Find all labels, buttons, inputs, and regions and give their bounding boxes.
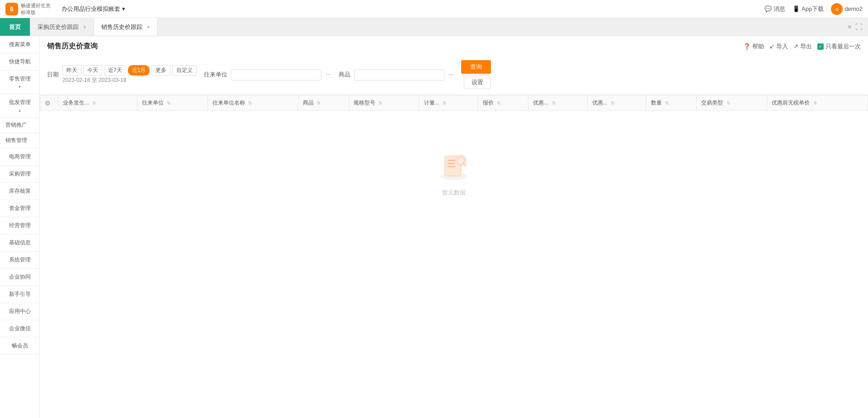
export-icon: ↗	[793, 43, 798, 50]
page-title-row: 销售历史价查询 ❓ 帮助 ↙ 导入 ↗ 导出 ✓	[47, 42, 861, 51]
help-btn[interactable]: ❓ 帮助	[743, 43, 764, 51]
sidebar-item-sys-mgmt[interactable]: 系统管理	[0, 252, 39, 269]
sidebar-item-finance[interactable]: 资金管理	[0, 200, 39, 217]
sidebar-item-enterprise[interactable]: 企业协同	[0, 269, 39, 286]
product-label: 商品	[339, 71, 350, 79]
logo-icon: 6	[5, 3, 18, 15]
date-btn-7days[interactable]: 近7天	[104, 65, 126, 76]
user-menu[interactable]: d demo2	[831, 3, 863, 15]
date-buttons-group: 昨天 今天 近7天 近1月 更多 自定义 2023-02-18 至 2023-0…	[62, 65, 197, 84]
sidebar-item-ops-mgmt[interactable]: 经营管理	[0, 217, 39, 234]
sidebar-item-wholesale-mgmt[interactable]: 批发管理 ▴	[0, 94, 39, 118]
app-selector[interactable]: 办公用品行业模拟账套 ▾	[61, 5, 125, 13]
product-filter-group: 商品 ···	[339, 69, 454, 81]
sidebar-item-guide[interactable]: 新手引导	[0, 286, 39, 303]
chevron-down-icon: ▾	[122, 5, 125, 12]
th-discount1[interactable]: 优惠... ⇅	[528, 95, 587, 111]
tab-home[interactable]: 首页	[0, 18, 30, 36]
sidebar-item-app-center[interactable]: 应用中心	[0, 303, 39, 320]
th-partner-name[interactable]: 往来单位名称 ⇅	[208, 95, 298, 111]
page-title: 销售历史价查询	[47, 42, 98, 51]
sort-arrows-qty: ⇅	[665, 100, 669, 105]
sidebar-item-quick-nav[interactable]: 快捷导航	[0, 53, 39, 71]
sidebar-item-ecommerce[interactable]: 电商管理	[0, 148, 39, 166]
close-purchase-history-tab[interactable]: ×	[83, 24, 86, 30]
sidebar-item-basic-info[interactable]: 基础信息	[0, 234, 39, 252]
page-header: 销售历史价查询 ❓ 帮助 ↙ 导入 ↗ 导出 ✓	[40, 36, 868, 95]
th-spec[interactable]: 规格型号 ⇅	[349, 95, 419, 111]
sort-arrows-discount1: ⇅	[552, 100, 556, 105]
chevron-down-icon: ▾	[19, 84, 21, 89]
sidebar-item-search-menu[interactable]: 搜索菜单	[0, 36, 39, 53]
avatar: d	[831, 3, 843, 15]
import-btn[interactable]: ↙ 导入	[769, 43, 788, 51]
date-btn-more[interactable]: 更多	[151, 65, 170, 76]
sidebar: 搜索菜单 快捷导航 零售管理 ▾ 批发管理 ▴ 营销推广 销售管理 电商管理 采…	[0, 36, 40, 418]
expand-window-btn[interactable]: ⛶	[855, 23, 863, 31]
data-table: ⚙ 业务发生... ⇅ 往来单位 ⇅ 往来单位名称 ⇅	[40, 95, 868, 111]
import-icon: ↙	[769, 43, 774, 50]
close-sales-history-tab[interactable]: ×	[147, 24, 150, 30]
main-layout: 搜索菜单 快捷导航 零售管理 ▾ 批发管理 ▴ 营销推广 销售管理 电商管理 采…	[0, 36, 868, 418]
top-bar-right: 💬 消息 📱 App下载 d demo2	[764, 3, 863, 15]
filter-row: 日期 昨天 今天 近7天 近1月 更多 自定义 2023-02-18 至 202…	[47, 56, 861, 95]
sidebar-item-marketing[interactable]: 营销推广	[0, 118, 39, 133]
sidebar-item-member[interactable]: 畅会员	[0, 337, 39, 355]
empty-illustration	[436, 147, 472, 183]
date-btn-1month[interactable]: 近1月	[128, 65, 150, 76]
sort-arrows-unit: ⇅	[443, 100, 446, 105]
window-controls: × ⛶	[842, 18, 868, 36]
partner-dots-btn[interactable]: ···	[325, 71, 331, 79]
tab-bar: 首页 采购历史价跟踪 × 销售历史价跟踪 × × ⛶	[0, 18, 868, 36]
th-product[interactable]: 商品 ⇅	[298, 95, 349, 111]
th-partner-code[interactable]: 往来单位 ⇅	[137, 95, 208, 111]
th-pre-tax-price[interactable]: 优惠前无税单价 ⇅	[767, 95, 868, 111]
product-dots-btn[interactable]: ···	[448, 71, 454, 79]
th-trade-type[interactable]: 交易类型 ⇅	[697, 95, 767, 111]
partner-input[interactable]	[231, 69, 321, 81]
th-unit[interactable]: 计量... ⇅	[419, 95, 478, 111]
table-container: ⚙ 业务发生... ⇅ 往来单位 ⇅ 往来单位名称 ⇅	[40, 95, 868, 418]
sidebar-item-enterprise-wechat[interactable]: 企业微信	[0, 320, 39, 337]
quick-nav-label: 快捷导航	[9, 58, 31, 66]
tab-sales-history[interactable]: 销售历史价跟踪 ×	[94, 18, 158, 36]
settings-button[interactable]: 设置	[464, 76, 491, 89]
sort-arrows-quote: ⇅	[497, 100, 500, 105]
tab-purchase-history[interactable]: 采购历史价跟踪 ×	[30, 18, 94, 36]
product-input[interactable]	[354, 69, 444, 81]
page-actions: ❓ 帮助 ↙ 导入 ↗ 导出 ✓ 只看最后一次	[743, 43, 861, 51]
date-btn-today[interactable]: 今天	[83, 65, 102, 76]
close-window-btn[interactable]: ×	[848, 23, 852, 31]
sort-arrows-product: ⇅	[317, 100, 321, 105]
date-btn-yesterday[interactable]: 昨天	[62, 65, 81, 76]
action-buttons: 查询 设置	[461, 60, 491, 89]
table-header-row: ⚙ 业务发生... ⇅ 往来单位 ⇅ 往来单位名称 ⇅	[40, 95, 868, 111]
th-qty[interactable]: 数量 ⇅	[646, 95, 697, 111]
export-btn[interactable]: ↗ 导出	[793, 43, 812, 51]
sidebar-item-inventory[interactable]: 库存核算	[0, 183, 39, 200]
sidebar-item-sales-mgmt[interactable]: 销售管理	[0, 133, 39, 148]
date-filter-group: 日期 昨天 今天 近7天 近1月 更多 自定义 2023-02-18 至 202…	[47, 65, 197, 84]
only-last-checkbox[interactable]: ✓	[817, 43, 824, 50]
th-biz-date[interactable]: 业务发生... ⇅	[58, 95, 137, 111]
only-last-checkbox-label[interactable]: ✓ 只看最后一次	[817, 43, 861, 51]
th-quote[interactable]: 报价 ⇅	[478, 95, 528, 111]
date-btn-custom[interactable]: 自定义	[172, 65, 197, 76]
sort-arrows-spec: ⇅	[378, 100, 382, 105]
logo-area: 6 畅捷通好生意 标准版	[5, 2, 51, 15]
query-button[interactable]: 查询	[461, 60, 491, 74]
sort-arrows-pre-tax-price: ⇅	[813, 100, 817, 105]
message-btn[interactable]: 💬 消息	[764, 5, 785, 13]
sidebar-item-retail-mgmt[interactable]: 零售管理 ▾	[0, 71, 39, 94]
sort-arrows-biz-date: ⇅	[92, 100, 96, 105]
date-label: 日期	[47, 71, 59, 79]
app-download-btn[interactable]: 📱 App下载	[793, 5, 824, 13]
th-discount2[interactable]: 优惠... ⇅	[587, 95, 646, 111]
top-bar: 6 畅捷通好生意 标准版 办公用品行业模拟账套 ▾ 💬 消息 📱 App下载 d…	[0, 0, 868, 18]
gear-icon[interactable]: ⚙	[45, 100, 51, 107]
chevron-up-icon: ▴	[19, 108, 21, 113]
sidebar-item-purchase-mgmt[interactable]: 采购管理	[0, 166, 39, 183]
sort-arrows-partner-code: ⇅	[167, 100, 170, 105]
message-icon: 💬	[764, 5, 772, 12]
search-menu-label: 搜索菜单	[9, 41, 31, 48]
